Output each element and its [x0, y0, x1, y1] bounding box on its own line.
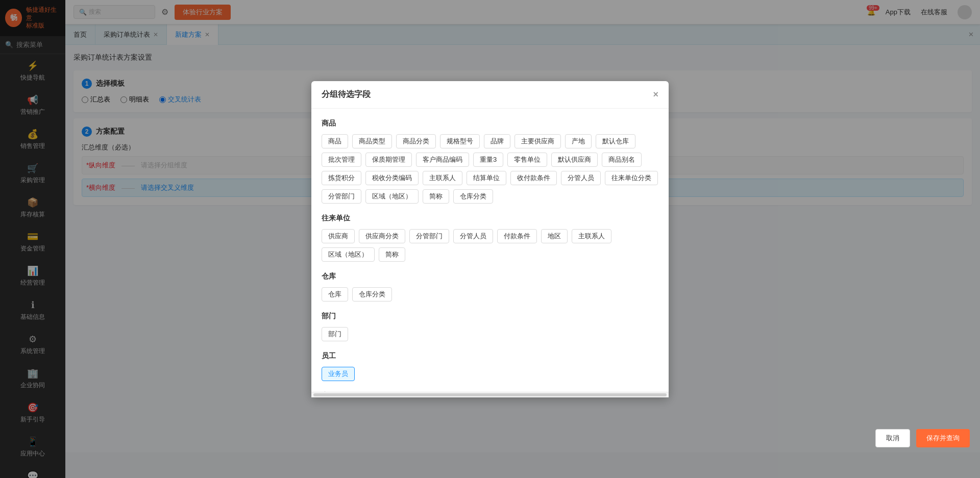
field-chip-supplier-category[interactable]: 供应商分类: [359, 229, 405, 243]
modal-close-btn[interactable]: ×: [653, 89, 658, 100]
field-chip-from-unit-category[interactable]: 往来单位分类: [605, 171, 658, 185]
field-chip-customer-code[interactable]: 客户商品编码: [416, 153, 469, 167]
field-chip-brand[interactable]: 品牌: [484, 134, 510, 148]
modal-body: 商品商品商品类型商品分类规格型号品牌主要供应商产地默认仓库批次管理保质期管理客户…: [311, 109, 669, 392]
field-section-dept: 部门部门: [322, 312, 658, 341]
field-chip-region3[interactable]: 区域（地区）: [322, 247, 375, 262]
field-chip-dept2[interactable]: 分管部门: [409, 229, 449, 243]
modal-horizontal-scrollbar[interactable]: [311, 392, 669, 397]
field-chip-admin-staff[interactable]: 分管人员: [561, 171, 601, 185]
field-chip-goods[interactable]: 商品: [322, 134, 348, 148]
field-chip-sales-staff[interactable]: 业务员: [322, 367, 355, 381]
field-chip-region2[interactable]: 地区: [541, 229, 568, 243]
field-chip-admin-staff2[interactable]: 分管人员: [453, 229, 493, 243]
field-chip-goods-alias[interactable]: 商品别名: [602, 153, 642, 167]
field-section-warehouse: 仓库仓库仓库分类: [322, 272, 658, 301]
field-section-staff: 员工业务员: [322, 351, 658, 381]
field-chip-warehouse-cat[interactable]: 仓库分类: [352, 287, 392, 301]
field-grid-warehouse: 仓库仓库分类: [322, 287, 658, 301]
cancel-button[interactable]: 取消: [875, 429, 910, 447]
field-chip-warehouse-category[interactable]: 仓库分类: [453, 189, 493, 204]
field-grid-staff: 业务员: [322, 367, 658, 381]
field-chip-dept[interactable]: 部门: [322, 327, 348, 341]
field-chip-retail-unit[interactable]: 零售单位: [507, 153, 547, 167]
field-chip-warehouse[interactable]: 仓库: [322, 287, 348, 301]
field-chip-payment-cond[interactable]: 付款条件: [497, 229, 537, 243]
field-chip-region[interactable]: 区域（地区）: [365, 189, 419, 204]
action-buttons: 取消 保存并查询: [875, 429, 970, 447]
field-chip-main-contact2[interactable]: 主联系人: [572, 229, 611, 243]
field-chip-weight3[interactable]: 重量3: [473, 153, 503, 167]
section-title-dept: 部门: [322, 312, 658, 321]
field-chip-default-supplier[interactable]: 默认供应商: [551, 153, 598, 167]
field-grid-dept: 部门: [322, 327, 658, 341]
field-chip-default-warehouse[interactable]: 默认仓库: [596, 134, 635, 148]
field-chip-goods-category[interactable]: 商品分类: [396, 134, 436, 148]
field-chip-settlement-unit[interactable]: 结算单位: [467, 171, 506, 185]
field-chip-payment-terms[interactable]: 收付款条件: [510, 171, 557, 185]
field-chip-short-name2[interactable]: 简称: [379, 247, 405, 262]
field-chip-main-supplier[interactable]: 主要供应商: [514, 134, 561, 148]
section-title-warehouse: 仓库: [322, 272, 658, 281]
field-chip-short-name[interactable]: 简称: [423, 189, 449, 204]
field-chip-quality-mgmt[interactable]: 保质期管理: [365, 153, 412, 167]
modal-overlay: 分组待选字段 × 商品商品商品类型商品分类规格型号品牌主要供应商产地默认仓库批次…: [0, 0, 980, 478]
field-select-modal: 分组待选字段 × 商品商品商品类型商品分类规格型号品牌主要供应商产地默认仓库批次…: [311, 81, 669, 397]
field-chip-origin[interactable]: 产地: [565, 134, 592, 148]
field-chip-admin-dept[interactable]: 分管部门: [322, 189, 361, 204]
modal-header: 分组待选字段 ×: [311, 81, 669, 109]
section-title-goods: 商品: [322, 119, 658, 128]
field-grid-goods: 商品商品类型商品分类规格型号品牌主要供应商产地默认仓库批次管理保质期管理客户商品…: [322, 134, 658, 204]
field-chip-goods-type[interactable]: 商品类型: [352, 134, 392, 148]
field-section-partner: 往来单位供应商供应商分类分管部门分管人员付款条件地区主联系人区域（地区）简称: [322, 214, 658, 262]
field-section-goods: 商品商品商品类型商品分类规格型号品牌主要供应商产地默认仓库批次管理保质期管理客户…: [322, 119, 658, 204]
section-title-staff: 员工: [322, 351, 658, 361]
field-chip-pickup-points[interactable]: 拣货积分: [322, 171, 361, 185]
section-title-partner: 往来单位: [322, 214, 658, 223]
modal-title: 分组待选字段: [322, 89, 371, 100]
field-chip-main-contact[interactable]: 主联系人: [423, 171, 462, 185]
field-chip-batch-mgmt[interactable]: 批次管理: [322, 153, 361, 167]
save-query-button[interactable]: 保存并查询: [916, 429, 970, 447]
field-chip-tax-code[interactable]: 税收分类编码: [365, 171, 419, 185]
field-chip-spec-type[interactable]: 规格型号: [440, 134, 480, 148]
field-chip-supplier[interactable]: 供应商: [322, 229, 355, 243]
field-grid-partner: 供应商供应商分类分管部门分管人员付款条件地区主联系人区域（地区）简称: [322, 229, 658, 262]
